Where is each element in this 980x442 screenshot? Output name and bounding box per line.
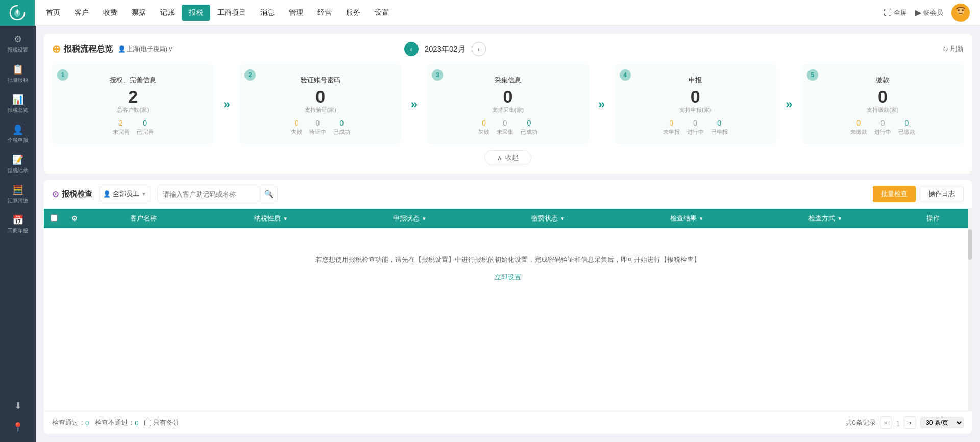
check-footer: 检查通过： 0 检查不通过： 0 只有备注 共0条记录 ‹ 1 › 30 条/页… <box>44 411 972 434</box>
svg-point-2 <box>958 9 960 11</box>
nav-item-消息[interactable]: 消息 <box>253 0 282 26</box>
refresh-button[interactable]: ↻ 刷新 <box>943 44 964 54</box>
plus-circle-icon: ⊕ <box>52 43 61 55</box>
prev-page-button[interactable]: ‹ <box>880 416 892 429</box>
member-button[interactable]: ▶ 畅会员 <box>915 8 943 17</box>
select-all-checkbox[interactable] <box>51 214 58 222</box>
process-arrow-1: » <box>214 64 239 144</box>
pass-label: 检查通过： <box>52 418 85 427</box>
collapse-button[interactable]: ∧ 收起 <box>484 150 531 165</box>
content-area: ⊕ 报税流程总览 👤 上海(电子税局) ∨ ‹ 2023年02月 › ↻ 刷新 <box>36 26 980 442</box>
col-pay-status: 缴费状态 ▼ <box>479 209 617 228</box>
employee-filter[interactable]: 👤 全部员工 ▼ <box>99 187 151 201</box>
col-tax-type: 纳税性质 ▼ <box>202 209 340 228</box>
overview-card: ⊕ 报税流程总览 👤 上海(电子税局) ∨ ‹ 2023年02月 › ↻ 刷新 <box>44 34 972 174</box>
check-card: ⊙ 报税检查 👤 全部员工 ▼ 🔍 批量检查 操作日志 <box>44 180 972 434</box>
sidebar-item-报税记录[interactable]: 📝报税记录 <box>0 149 36 179</box>
check-title-icon: ⊙ <box>52 189 59 199</box>
search-button[interactable]: 🔍 <box>260 187 277 201</box>
col-declare-status: 申报状态 ▼ <box>340 209 479 228</box>
current-page: 1 <box>896 419 900 427</box>
location-tag[interactable]: 👤 上海(电子税局) ∨ <box>118 45 173 54</box>
process-step-0: 1 授权、完善信息 2 总客户数(家) 2 未完善 0 已完善 <box>52 64 214 144</box>
nav-item-报税[interactable]: 报税 <box>182 5 210 21</box>
process-step-3: 4 申报 0 支持申报(家) 0 未申报 0 进行中 0 已申报 <box>615 64 776 144</box>
process-arrow-2: » <box>401 64 427 144</box>
chevron-up-icon: ∧ <box>497 154 502 162</box>
pass-count[interactable]: 0 <box>85 419 89 427</box>
col-check-result: 检查结果 ▼ <box>618 209 756 228</box>
nav-item-服务[interactable]: 服务 <box>339 0 368 26</box>
location-icon: 👤 <box>118 45 126 53</box>
nav-item-客户[interactable]: 客户 <box>67 0 96 26</box>
has-note-checkbox[interactable] <box>144 420 151 426</box>
refresh-icon: ↻ <box>943 45 948 53</box>
nav-item-记账[interactable]: 记账 <box>153 0 182 26</box>
col-check-method: 检查方式 ▼ <box>756 209 894 228</box>
check-table: ⚙ 客户名称 纳税性质 ▼ 申报状态 ▼ <box>44 209 972 307</box>
sidebar-item-个税申报[interactable]: 👤个税申报 <box>0 119 36 149</box>
employee-icon: 👤 <box>103 190 111 198</box>
overview-title: ⊕ 报税流程总览 <box>52 43 113 55</box>
next-page-button[interactable]: › <box>904 416 916 429</box>
nav-item-工商项目[interactable]: 工商项目 <box>210 0 253 26</box>
sidebar: ⚙报税设置📋批量报税📊报税总览👤个税申报📝报税记录🧮汇算清缴📅工商年报 ⬇ 📍 <box>0 26 36 442</box>
has-note-label: 只有备注 <box>144 418 180 427</box>
search-input[interactable] <box>158 188 260 201</box>
nav-item-设置[interactable]: 设置 <box>368 0 396 26</box>
settings-icon[interactable]: ⚙ <box>71 215 78 223</box>
process-step-1: 2 验证账号密码 0 支持验证(家) 0 失败 0 验证中 0 已成功 <box>239 64 401 144</box>
search-box: 🔍 <box>157 187 278 201</box>
check-title: ⊙ 报税检查 <box>52 189 92 199</box>
col-customer-name: 客户名称 <box>85 209 202 228</box>
process-arrow-4: » <box>776 64 802 144</box>
logo <box>0 0 35 26</box>
current-month: 2023年02月 <box>425 44 465 54</box>
sidebar-item-报税总览[interactable]: 📊报税总览 <box>0 89 36 119</box>
prev-month-button[interactable]: ‹ <box>404 42 419 56</box>
nav-item-首页[interactable]: 首页 <box>39 0 67 26</box>
empty-state: 若您想使用报税检查功能，请先在【报税设置】中进行报税的初始化设置，完成密码验证和… <box>44 228 972 307</box>
avatar <box>951 4 970 22</box>
nav-item-收费[interactable]: 收费 <box>96 0 125 26</box>
col-operation: 操作 <box>895 209 972 228</box>
nav-item-管理[interactable]: 管理 <box>282 0 310 26</box>
nav-item-经营[interactable]: 经营 <box>310 0 339 26</box>
batch-check-button[interactable]: 批量检查 <box>873 186 916 202</box>
process-step-4: 5 缴款 0 支持缴款(家) 0 未缴款 0 进行中 0 已缴款 <box>802 64 964 144</box>
check-header: ⊙ 报税检查 👤 全部员工 ▼ 🔍 批量检查 操作日志 <box>44 180 972 209</box>
top-nav: 首页客户收费票据记账报税工商项目消息管理经营服务设置 ⛶ 全屏 ▶ 畅会员 <box>35 0 980 26</box>
month-nav: ‹ 2023年02月 › <box>404 42 486 56</box>
fail-count[interactable]: 0 <box>135 419 138 427</box>
sidebar-item-汇算清缴[interactable]: 🧮汇算清缴 <box>0 179 36 209</box>
sidebar-item-报税设置[interactable]: ⚙报税设置 <box>0 29 36 59</box>
dropdown-icon: ▼ <box>141 191 146 197</box>
nav-item-票据[interactable]: 票据 <box>125 0 153 26</box>
per-page-select[interactable]: 30 条/页 50 条/页 100 条/页 <box>920 417 964 428</box>
operation-log-button[interactable]: 操作日志 <box>920 186 964 202</box>
fullscreen-button[interactable]: ⛶ 全屏 <box>884 8 907 17</box>
fail-label: 检查不通过： <box>95 418 135 427</box>
process-step-2: 3 采集信息 0 支持采集(家) 0 失败 0 未采集 0 已成功 <box>427 64 589 144</box>
total-records: 共0条记录 <box>846 418 876 427</box>
svg-point-3 <box>962 9 964 11</box>
sidebar-item-批量报税[interactable]: 📋批量报税 <box>0 59 36 89</box>
process-arrow-3: » <box>589 64 615 144</box>
next-month-button[interactable]: › <box>472 42 486 56</box>
sidebar-item-location[interactable]: 📍 <box>10 418 26 437</box>
sidebar-item-工商年报[interactable]: 📅工商年报 <box>0 209 36 239</box>
table-wrapper: ⚙ 客户名称 纳税性质 ▼ 申报状态 ▼ <box>44 209 972 411</box>
setup-link[interactable]: 立即设置 <box>495 273 521 282</box>
process-steps: 1 授权、完善信息 2 总客户数(家) 2 未完善 0 已完善 » 2 验证账号… <box>52 64 964 144</box>
sidebar-item-download[interactable]: ⬇ <box>10 396 26 415</box>
